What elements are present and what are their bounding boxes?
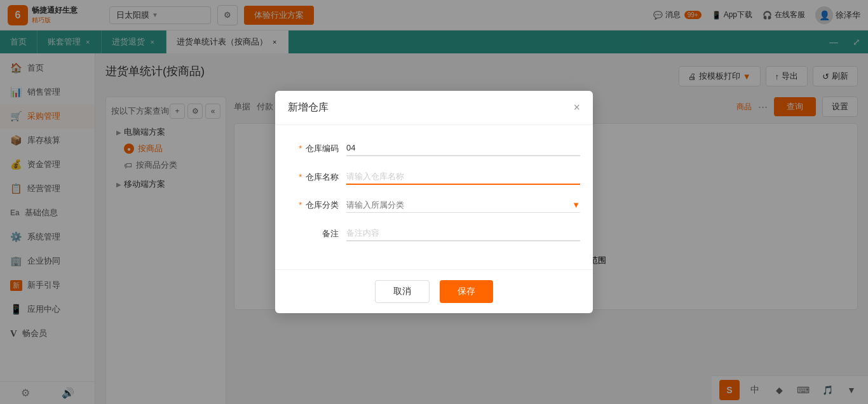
- form-label-category: * 仓库分类: [288, 199, 339, 211]
- name-input[interactable]: [346, 169, 580, 185]
- form-row-category: * 仓库分类 ▼: [288, 198, 580, 213]
- category-dropdown-arrow[interactable]: ▼: [572, 200, 580, 210]
- form-row-note: 备注: [288, 226, 580, 241]
- form-label-name: * 仓库名称: [288, 172, 339, 183]
- modal-overlay: 新增仓库 × * 仓库编码 * 仓库名称: [0, 0, 868, 404]
- dialog-body: * 仓库编码 * 仓库名称 * 仓库分类: [275, 125, 593, 269]
- note-input[interactable]: [346, 226, 580, 241]
- dialog-footer: 取消 保存: [275, 269, 593, 313]
- dialog-close-button[interactable]: ×: [573, 101, 580, 114]
- add-warehouse-dialog: 新增仓库 × * 仓库编码 * 仓库名称: [275, 91, 593, 313]
- cancel-button[interactable]: 取消: [375, 280, 430, 303]
- form-row-name: * 仓库名称: [288, 169, 580, 185]
- category-select-row: ▼: [346, 198, 580, 213]
- form-label-note: 备注: [288, 228, 339, 239]
- form-row-code: * 仓库编码: [288, 140, 580, 156]
- code-input[interactable]: [346, 140, 580, 156]
- save-button[interactable]: 保存: [440, 280, 493, 303]
- dialog-header: 新增仓库 ×: [275, 91, 593, 125]
- category-input[interactable]: [346, 198, 572, 212]
- dialog-title: 新增仓库: [288, 101, 329, 114]
- form-label-code: * 仓库编码: [288, 143, 339, 154]
